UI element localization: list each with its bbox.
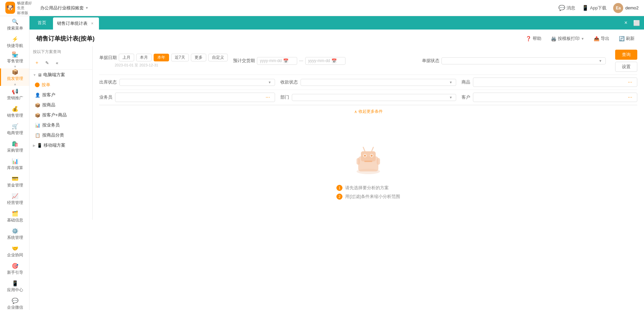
goods-more-icon[interactable]: ··· (627, 79, 634, 85)
sidebar-item-base[interactable]: 🗂️ 基础信息 (0, 208, 29, 225)
tree-expand-icon: ▼ (33, 73, 36, 77)
action-buttons: 查询 设置 (611, 50, 637, 72)
page-title: 销售订单统计表(按单) (36, 35, 95, 43)
edit-scheme-button[interactable]: ✎ (43, 59, 51, 67)
svg-rect-8 (357, 158, 360, 165)
sidebar-item-system[interactable]: ⚙️ 系统管理 (0, 225, 29, 243)
order-status-chevron-icon: ▼ (599, 59, 602, 63)
sidebar-item-wechat[interactable]: 💬 企业微信 (0, 295, 29, 310)
collection-status-select[interactable]: ▼ (301, 79, 456, 86)
delivery-status-select[interactable]: ▼ (119, 79, 275, 86)
sidebar-item-purchase[interactable]: 🛍️ 采购管理 (0, 138, 29, 156)
empty-tip-2: 2 用[过滤]条件来缩小分析范围 (336, 194, 400, 200)
print-icon: 🖨️ (551, 36, 556, 41)
sidebar-item-marketing[interactable]: 📢 营销推广 (0, 86, 29, 103)
user-area[interactable]: Ea demo2 (613, 3, 639, 13)
retail-icon: 🏪 (12, 51, 18, 58)
sidebar-item-search[interactable]: 🔍 搜索菜单 (0, 16, 29, 34)
collection-chevron-icon: ▼ (449, 81, 452, 84)
date-btn-more[interactable]: 更多 (191, 54, 206, 61)
customer-label: 客户 (462, 94, 470, 100)
title-actions: ❓ 帮助 🖨️ 按模板打印 ▼ 📤 导出 � (523, 34, 637, 43)
logo-icon: 🐶 (5, 2, 15, 14)
right-panel: 单据日期 上月 本月 本年 近7天 更多 自定义 2023-01-01 至 20… (93, 46, 644, 220)
expected-date-to-input[interactable]: yyyy-mm-dd 📅 (305, 57, 345, 65)
shortcut-icon: ⚡ (12, 36, 18, 42)
system-icon: ⚙️ (12, 228, 18, 234)
tree-item-by-customer-product[interactable]: 📦 按客户+商品 (30, 110, 92, 120)
header-right: 💬 消息 📱 App下载 Ea demo2 (558, 3, 639, 13)
filter-section: 单据日期 上月 本月 本年 近7天 更多 自定义 2023-01-01 至 20… (93, 46, 644, 118)
sidebar-item-ecommerce[interactable]: 🛒 电商管理 (0, 121, 29, 138)
sidebar-item-newbie[interactable]: 🎯 新手引导 (0, 260, 29, 278)
tab-home[interactable]: 首页 (32, 16, 52, 30)
add-scheme-button[interactable]: ＋ (33, 59, 41, 67)
goods-input[interactable]: ··· (473, 78, 637, 87)
tree-item-by-salesperson[interactable]: 📊 按业务员 (30, 120, 92, 130)
apps-icon: 📱 (12, 280, 18, 287)
panel-toolbar: ＋ ✎ « (30, 56, 92, 70)
delivery-chevron-icon: ▼ (268, 81, 271, 84)
tree-category-desktop[interactable]: ▼ 🖥 电脑端方案 (30, 70, 92, 80)
date-btn-last-month[interactable]: 上月 (119, 54, 134, 61)
tree-category-mobile[interactable]: ▶ 📱 移动端方案 (30, 140, 92, 150)
product-icon: 📦 (35, 103, 40, 108)
template-print-button[interactable]: 🖨️ 按模板打印 ▼ (548, 34, 587, 43)
sidebar-item-operations[interactable]: 📈 经营管理 (0, 191, 29, 208)
maximize-button[interactable]: ⬜ (632, 18, 641, 28)
collapse-panel-button[interactable]: « (53, 59, 61, 67)
sidebar-item-wholesale[interactable]: 📦 批发管理 ▲ (0, 68, 29, 86)
sidebar-item-inventory[interactable]: 📊 库存核算 (0, 156, 29, 173)
expected-date-from-input[interactable]: yyyy-mm-dd 📅 (257, 57, 297, 65)
person-icon: 👤 (35, 93, 40, 98)
collapse-more-conditions-button[interactable]: ∧ 收起更多条件 (99, 105, 637, 118)
logo-text: 畅捷通好生意 标准版 (17, 1, 35, 15)
tree-item-by-order[interactable]: 按单 (30, 80, 92, 90)
department-chevron-icon: ▼ (449, 96, 452, 99)
sidebar-item-apps[interactable]: 📱 应用中心 (0, 278, 29, 295)
salesperson-more-icon[interactable]: ··· (264, 94, 271, 100)
workspace-selector[interactable]: 办公用品行业模拟账套 ▼ (40, 5, 89, 11)
query-button[interactable]: 查询 (615, 50, 637, 60)
tree-item-by-category[interactable]: 📋 按商品分类 (30, 130, 92, 140)
department-select[interactable]: ▼ (292, 94, 456, 101)
date-btn-custom[interactable]: 自定义 (208, 54, 228, 61)
empty-tips: 1 请先选择要分析的方案 2 用[过滤]条件来缩小分析范围 (336, 185, 400, 200)
workspace-chevron-icon: ▼ (85, 6, 89, 10)
panel-query-label: 按以下方案查询 (30, 46, 92, 56)
refresh-icon: 🔄 (619, 36, 625, 41)
sidebar-item-retail[interactable]: 🏪 零售管理 ▼ (0, 51, 29, 68)
refresh-button[interactable]: 🔄 刷新 (616, 34, 637, 43)
inventory-icon: 📊 (12, 158, 18, 164)
export-button[interactable]: 📤 导出 (591, 34, 612, 43)
salesperson-input[interactable]: ··· (115, 93, 275, 102)
sidebar-item-enterprise[interactable]: 🤝 企业协同 (0, 243, 29, 260)
app-download-button[interactable]: 📱 App下载 (582, 5, 606, 11)
customer-more-icon[interactable]: ··· (627, 94, 634, 100)
date-btn-this-month[interactable]: 本月 (136, 54, 152, 61)
tree-item-by-product[interactable]: 📦 按商品 (30, 100, 92, 110)
tab-sales-order-stats[interactable]: 销售订单统计表 × (53, 17, 99, 30)
newbie-icon: 🎯 (12, 263, 18, 269)
wholesale-icon: 📦 (12, 69, 18, 75)
sidebar-item-finance[interactable]: 💳 资金管理 (0, 173, 29, 191)
empty-state: 1 请先选择要分析的方案 2 用[过滤]条件来缩小分析范围 (93, 118, 644, 220)
tab-close-icon[interactable]: × (90, 21, 95, 26)
message-button[interactable]: 💬 消息 (558, 5, 575, 11)
close-all-tabs-button[interactable]: × (621, 18, 631, 28)
enterprise-icon: 🤝 (12, 245, 18, 252)
help-button[interactable]: ❓ 帮助 (523, 34, 544, 43)
tree-category-desktop-label: 电脑端方案 (43, 72, 65, 78)
customer-input[interactable]: ··· (473, 93, 637, 102)
ecommerce-icon: 🛒 (12, 123, 18, 130)
setting-button[interactable]: 设置 (615, 62, 637, 72)
sidebar-item-shortcut[interactable]: ⚡ 快捷导航 (0, 34, 29, 51)
wechat-icon: 💬 (12, 298, 18, 304)
date-btn-this-year[interactable]: 本年 (154, 54, 169, 61)
tree-item-by-customer[interactable]: 👤 按客户 (30, 90, 92, 100)
svg-point-5 (364, 155, 366, 157)
sidebar-item-sales[interactable]: 💰 销售管理 (0, 103, 29, 121)
order-status-select[interactable]: ▼ (441, 57, 606, 64)
date-btn-last-7-days[interactable]: 近7天 (171, 54, 189, 61)
logo-area: 🐶 畅捷通好生意 标准版 (5, 1, 35, 15)
